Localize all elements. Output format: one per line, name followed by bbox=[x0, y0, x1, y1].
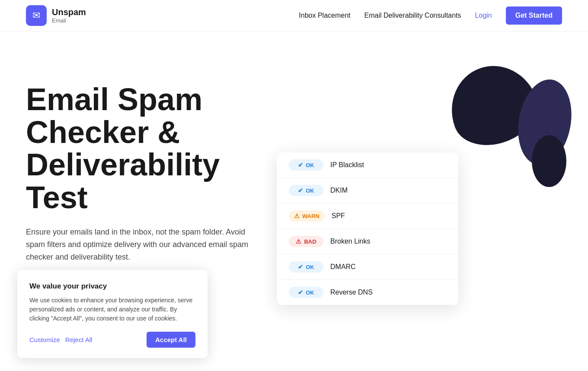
status-badge: ✔ OK bbox=[289, 261, 323, 273]
logo-title: Unspam bbox=[52, 7, 86, 17]
accept-all-button[interactable]: Accept All bbox=[147, 332, 195, 348]
privacy-text: We use cookies to enhance your browsing … bbox=[29, 296, 195, 323]
check-row: ✔ OK IP Blacklist bbox=[277, 152, 458, 178]
hero-subtitle: Ensure your emails land in the inbox, no… bbox=[26, 226, 259, 263]
logo-text-block: Unspam Email bbox=[52, 7, 86, 24]
check-label: SPF bbox=[332, 212, 345, 220]
logo-icon: ✉ bbox=[26, 5, 47, 26]
decorative-shape-3 bbox=[532, 135, 566, 187]
logo-subtitle: Email bbox=[52, 17, 86, 24]
privacy-banner: We value your privacy We use cookies to … bbox=[17, 270, 208, 358]
check-label: Broken Links bbox=[330, 238, 371, 245]
badge-icon: ⚠ bbox=[294, 212, 300, 219]
privacy-title: We value your privacy bbox=[29, 282, 195, 291]
status-badge: ⚠ WARN bbox=[289, 210, 325, 222]
check-label: DMARC bbox=[330, 263, 356, 271]
badge-label: OK bbox=[306, 187, 314, 194]
check-row: ⚠ WARN SPF bbox=[277, 203, 458, 229]
privacy-buttons: Customize Reject All Accept All bbox=[29, 332, 195, 348]
nav-deliverability-consultants[interactable]: Email Deliverability Consultants bbox=[364, 12, 461, 19]
check-row: ⚠ BAD Broken Links bbox=[277, 229, 458, 254]
check-row: ✔ OK DMARC bbox=[277, 254, 458, 280]
hero-title: Email Spam Checker & Deliverability Test bbox=[26, 83, 285, 214]
badge-icon: ✔ bbox=[298, 263, 303, 270]
badge-icon: ✔ bbox=[298, 162, 303, 168]
badge-label: OK bbox=[306, 162, 314, 168]
main-nav: Inbox Placement Email Deliverability Con… bbox=[299, 6, 562, 25]
badge-icon: ✔ bbox=[298, 289, 303, 296]
status-badge: ✔ OK bbox=[289, 185, 323, 196]
badge-icon: ✔ bbox=[298, 187, 303, 194]
header: ✉ Unspam Email Inbox Placement Email Del… bbox=[0, 0, 588, 32]
check-row: ✔ OK DKIM bbox=[277, 178, 458, 203]
badge-label: OK bbox=[306, 264, 314, 270]
check-label: Reverse DNS bbox=[330, 289, 373, 296]
customize-button[interactable]: Customize bbox=[29, 332, 60, 348]
reject-all-button[interactable]: Reject All bbox=[65, 332, 93, 348]
check-results-card: ✔ OK IP Blacklist ✔ OK DKIM ⚠ WARN SPF ⚠… bbox=[277, 152, 458, 305]
nav-inbox-placement[interactable]: Inbox Placement bbox=[299, 12, 350, 19]
logo-area: ✉ Unspam Email bbox=[26, 5, 86, 26]
nav-login[interactable]: Login bbox=[475, 12, 492, 19]
badge-label: OK bbox=[306, 289, 314, 296]
status-badge: ✔ OK bbox=[289, 159, 323, 171]
check-label: DKIM bbox=[330, 187, 348, 194]
check-label: IP Blacklist bbox=[330, 161, 364, 169]
badge-icon: ⚠ bbox=[296, 238, 301, 245]
hero-right: ✔ OK IP Blacklist ✔ OK DKIM ⚠ WARN SPF ⚠… bbox=[285, 66, 562, 334]
status-badge: ✔ OK bbox=[289, 287, 323, 298]
check-row: ✔ OK Reverse DNS bbox=[277, 280, 458, 305]
get-started-button[interactable]: Get Started bbox=[506, 6, 562, 25]
status-badge: ⚠ BAD bbox=[289, 236, 323, 247]
badge-label: WARN bbox=[302, 213, 320, 219]
badge-label: BAD bbox=[304, 238, 316, 245]
